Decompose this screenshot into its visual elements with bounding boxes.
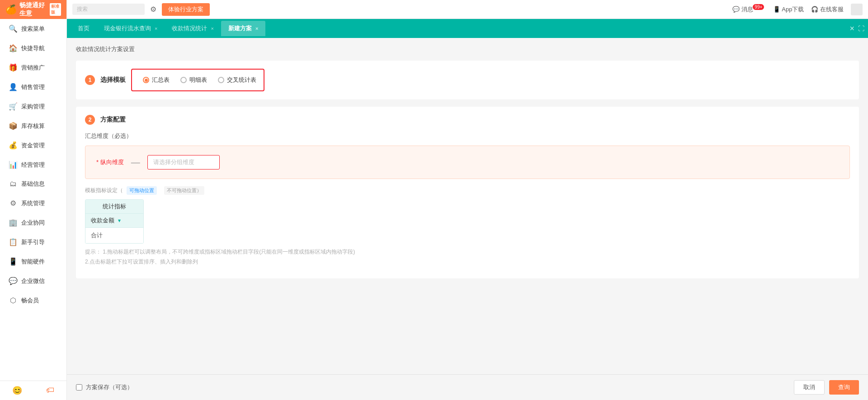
sidebar-item-label: 采购管理 (21, 103, 45, 111)
sidebar-item-label: 企业微信 (21, 277, 45, 285)
tab-payment-stats-close[interactable]: × (211, 26, 213, 31)
sidebar-item-label: 搜索菜单 (21, 25, 45, 33)
cart-icon: 🛒 (9, 102, 18, 111)
sidebar-item-finance[interactable]: 💰 资金管理 (0, 136, 66, 155)
row-total-label: 合计 (91, 232, 103, 239)
footer-buttons: 取消 查询 (794, 380, 859, 395)
tab-bar-right: × ⛶ (849, 24, 864, 33)
user-avatar[interactable] (851, 4, 863, 15)
search-placeholder: 搜索 (77, 6, 88, 12)
logo-text: 畅捷通好生意 (19, 1, 47, 18)
step1-row: 1 选择模板 汇总表 明细表 (85, 69, 850, 91)
sidebar-item-inventory[interactable]: 📦 库存核算 (0, 116, 66, 136)
message-badge: 99+ (753, 4, 764, 10)
radio-detail[interactable]: 明细表 (180, 76, 207, 84)
radio-summary-label: 汇总表 (152, 76, 170, 84)
vertical-dim-label: * 纵向维度 (96, 158, 124, 166)
sidebar-item-operation[interactable]: 📊 经营管理 (0, 155, 66, 174)
tab-cashflow[interactable]: 现金银行流水查询 × (97, 21, 165, 36)
save-checkbox[interactable] (76, 384, 82, 391)
sidebar-item-smart-hw[interactable]: 📱 智能硬件 (0, 252, 66, 271)
top-header: 搜索 ⚙ 体验行业方案 💬 消息 99+ 📱 App下载 🎧 在线客服 (67, 0, 868, 19)
summary-dim-title: 汇总维度（必选） (85, 132, 850, 140)
hint-line-2: 2.点击标题栏下拉可设置排序、插入列和删除列 (85, 257, 850, 267)
dimension-area: * 纵向维度 — 请选择分组维度 (85, 146, 850, 179)
radio-detail-label: 明细表 (189, 76, 207, 84)
sidebar-item-label: 营销推广 (21, 64, 45, 72)
tab-cashflow-close[interactable]: × (155, 26, 157, 31)
message-section[interactable]: 💬 消息 99+ (732, 5, 766, 14)
tab-payment-stats[interactable]: 收款情况统计 × (165, 21, 221, 36)
metrics-section-title: 模板指标设定（ (85, 187, 123, 194)
sidebar-item-label: 系统管理 (21, 199, 45, 207)
industry-btn[interactable]: 体验行业方案 (162, 3, 210, 16)
sidebar-item-label: 畅会员 (21, 296, 39, 305)
page-title: 收款情况统计方案设置 (76, 45, 859, 53)
template-selector: 汇总表 明细表 交叉统计表 (131, 69, 264, 91)
sidebar-item-marketing[interactable]: 🎁 营销推广 (0, 58, 66, 77)
sidebar-item-purchase[interactable]: 🛒 采购管理 (0, 97, 66, 116)
step2-badge: 2 (85, 115, 95, 125)
radio-cross[interactable]: 交叉统计表 (218, 76, 256, 84)
step1-label: 选择模板 (100, 76, 126, 84)
sidebar-item-label: 基础信息 (21, 180, 45, 188)
book-icon: 📋 (9, 238, 18, 246)
col-header-cell[interactable]: 收款金额 ▾ (85, 214, 143, 228)
radio-summary-circle (143, 77, 149, 83)
sidebar-item-basic-info[interactable]: 🗂 基础信息 (0, 174, 66, 193)
member-icon: ⬡ (9, 296, 18, 305)
tab-new-plan-label: 新建方案 (228, 24, 252, 33)
hint-line-1: 提示： 1.拖动标题栏可以调整布局，不可跨维度或指标区域拖动栏目字段(只能在同一… (85, 247, 850, 257)
arrow-icon: — (131, 157, 140, 168)
footer: 方案保存（可选） 取消 查询 (67, 374, 868, 400)
sidebar-item-enterprise[interactable]: 🏢 企业协同 (0, 213, 66, 232)
app-label: App下载 (782, 6, 804, 13)
dimension-selector[interactable]: 请选择分组维度 (147, 155, 220, 169)
save-label: 方案保存（可选） (86, 383, 133, 391)
gear-icon: ⚙ (9, 199, 18, 207)
cancel-button[interactable]: 取消 (794, 380, 825, 395)
gift-icon: 🎁 (9, 63, 18, 72)
sidebar-item-search-menu[interactable]: 🔍 搜索菜单 (0, 19, 66, 38)
draggable-badge: 可拖动位置 (127, 186, 157, 195)
tab-payment-stats-label: 收款情况统计 (172, 24, 207, 33)
sidebar-item-quick-nav[interactable]: 🏠 快捷导航 (0, 38, 66, 58)
service-label: 在线客服 (820, 6, 844, 13)
tab-new-plan-close[interactable]: × (255, 26, 258, 31)
sidebar-item-label: 销售管理 (21, 83, 45, 91)
sidebar-item-sales[interactable]: 👤 销售管理 (0, 77, 66, 97)
stats-column-header: 统计指标 (85, 200, 143, 214)
box-icon: 📦 (9, 122, 18, 130)
not-draggable-badge: 不可拖动位置） (164, 186, 204, 195)
step2-row: 2 方案配置 (85, 115, 850, 125)
metrics-row-total: 合计 (85, 228, 143, 243)
sidebar-item-label: 库存核算 (21, 122, 45, 130)
header-right: 💬 消息 99+ 📱 App下载 🎧 在线客服 (732, 4, 863, 15)
window-expand-icon[interactable]: ⛶ (858, 25, 864, 32)
settings-icon[interactable]: ⚙ (150, 5, 156, 14)
tab-home[interactable]: 首页 (71, 21, 97, 36)
sidebar-item-wechat[interactable]: 💬 企业微信 (0, 271, 66, 291)
sidebar-item-guide[interactable]: 📋 新手引导 (0, 232, 66, 252)
service-section[interactable]: 🎧 在线客服 (811, 5, 844, 14)
logo-icon: 🍊 (5, 4, 17, 15)
sidebar-item-label: 企业协同 (21, 219, 45, 227)
tab-new-plan[interactable]: 新建方案 × (221, 21, 265, 36)
radio-detail-circle (180, 77, 187, 83)
sidebar-bottom-icon-1[interactable]: 😊 (12, 386, 22, 395)
hints-text: 提示： 1.拖动标题栏可以调整布局，不可跨维度或指标区域拖动栏目字段(只能在同一… (85, 247, 850, 267)
window-close-icon[interactable]: × (849, 24, 854, 33)
tab-cashflow-label: 现金银行流水查询 (104, 24, 151, 33)
query-button[interactable]: 查询 (829, 380, 859, 395)
sidebar-bottom-icon-2[interactable]: 🏷 (46, 386, 54, 395)
sidebar-item-label: 新手引导 (21, 238, 45, 246)
search-box[interactable]: 搜索 (72, 4, 145, 15)
message-icon: 💬 (732, 6, 740, 13)
col-dropdown-icon[interactable]: ▾ (118, 217, 121, 224)
sidebar-item-system[interactable]: ⚙ 系统管理 (0, 193, 66, 213)
sidebar-item-label: 资金管理 (21, 141, 45, 150)
radio-cross-circle (218, 77, 224, 83)
sidebar-item-member[interactable]: ⬡ 畅会员 (0, 291, 66, 310)
radio-summary[interactable]: 汇总表 (143, 76, 170, 84)
app-download-section[interactable]: 📱 App下载 (773, 5, 804, 14)
